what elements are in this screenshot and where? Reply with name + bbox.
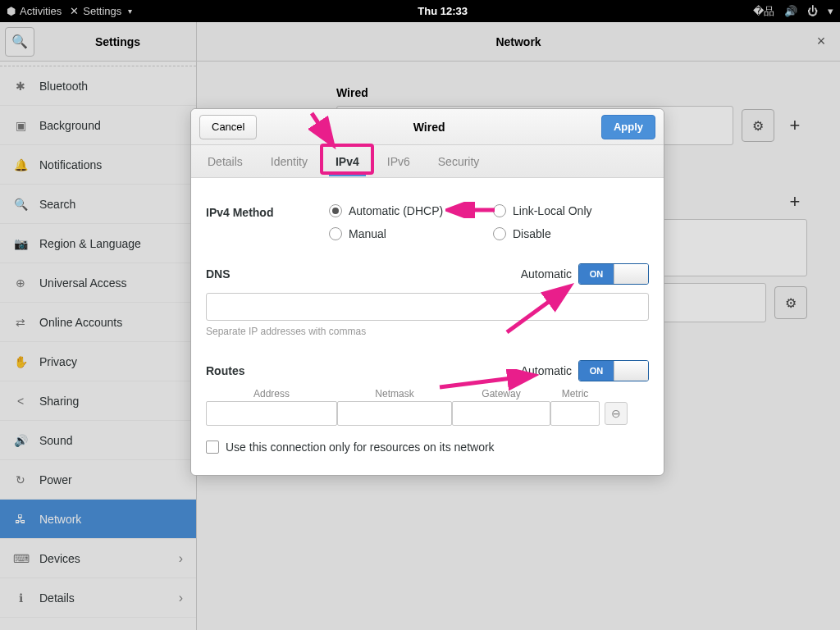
power-icon[interactable]: ⏻: [807, 5, 818, 17]
routes-col-netmask: Netmask: [337, 388, 452, 399]
tab-ipv4[interactable]: IPv4: [329, 147, 366, 176]
dns-automatic-toggle[interactable]: ON: [578, 263, 649, 285]
apply-button[interactable]: Apply: [601, 115, 655, 139]
system-menu-arrow-icon[interactable]: ▾: [828, 5, 833, 17]
app-menu-label: Settings: [83, 5, 121, 17]
activities-button[interactable]: ⬢ Activities: [7, 5, 62, 17]
route-netmask-input[interactable]: [337, 401, 452, 426]
ipv4-method-label: IPv4 Method: [206, 204, 329, 240]
dialog-tabs: Details Identity IPv4 IPv6 Security: [191, 145, 664, 178]
app-menu[interactable]: ✕ Settings: [70, 5, 132, 17]
radio-disable[interactable]: Disable: [493, 227, 641, 240]
routes-label: Routes: [206, 364, 521, 377]
settings-icon: ✕: [70, 5, 79, 17]
radio-label: Automatic (DHCP): [349, 204, 443, 217]
remove-icon: ⊖: [611, 407, 621, 420]
radio-link-local[interactable]: Link-Local Only: [493, 204, 641, 217]
radio-icon: [329, 204, 342, 217]
route-address-input[interactable]: [206, 401, 337, 426]
network-status-icon[interactable]: �品: [753, 4, 774, 19]
toggle-on-label: ON: [579, 361, 614, 381]
toggle-knob: [614, 264, 648, 284]
tab-ipv6[interactable]: IPv6: [381, 147, 417, 176]
route-remove-button[interactable]: ⊖: [605, 402, 628, 425]
radio-icon: [493, 204, 506, 217]
tab-details[interactable]: Details: [201, 147, 249, 176]
tab-identity[interactable]: Identity: [264, 147, 314, 176]
gnome-logo-icon: ⬢: [7, 5, 16, 17]
connection-only-checkbox[interactable]: [206, 441, 219, 454]
dialog-title: Wired: [257, 121, 600, 134]
cancel-button[interactable]: Cancel: [199, 115, 257, 139]
radio-icon: [329, 227, 342, 240]
radio-automatic-dhcp[interactable]: Automatic (DHCP): [329, 204, 493, 217]
toggle-knob: [614, 361, 648, 381]
toggle-on-label: ON: [579, 264, 614, 284]
radio-icon: [493, 227, 506, 240]
tab-security[interactable]: Security: [431, 147, 486, 176]
gnome-top-bar: ⬢ Activities ✕ Settings Thu 12:33 �品 🔊 ⏻…: [0, 0, 840, 22]
dns-label: DNS: [206, 267, 521, 281]
routes-col-metric: Metric: [550, 388, 600, 399]
route-gateway-input[interactable]: [452, 401, 550, 426]
radio-label: Link-Local Only: [513, 204, 592, 217]
routes-col-gateway: Gateway: [452, 388, 550, 399]
routes-col-address: Address: [206, 388, 337, 399]
wired-settings-dialog: Cancel Wired Apply Details Identity IPv4…: [190, 108, 664, 476]
routes-automatic-label: Automatic: [521, 364, 572, 377]
routes-automatic-toggle[interactable]: ON: [578, 360, 649, 381]
route-metric-input[interactable]: [550, 401, 600, 426]
dns-automatic-label: Automatic: [521, 267, 572, 281]
volume-icon[interactable]: 🔊: [784, 5, 797, 17]
dns-servers-input[interactable]: [206, 293, 649, 321]
connection-only-label: Use this connection only for resources o…: [226, 441, 495, 454]
radio-manual[interactable]: Manual: [329, 227, 493, 240]
activities-label: Activities: [20, 5, 62, 17]
clock[interactable]: Thu 12:33: [132, 5, 753, 17]
dialog-header: Cancel Wired Apply: [191, 109, 664, 145]
radio-label: Manual: [349, 227, 386, 240]
dns-hint: Separate IP addresses with commas: [206, 326, 649, 337]
radio-label: Disable: [513, 227, 551, 240]
